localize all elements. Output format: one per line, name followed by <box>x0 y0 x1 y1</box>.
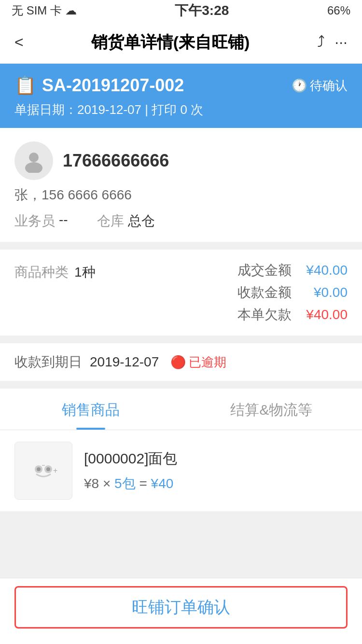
product-thumbnail: + <box>14 442 72 500</box>
order-status-text: 待确认 <box>310 77 348 94</box>
svg-text:+: + <box>53 466 57 475</box>
product-list: + [0000002]面包 ¥8 × 5包 = ¥40 <box>0 430 362 512</box>
price-total: ¥40 <box>151 476 174 491</box>
owe-label: 本单欠款 <box>237 306 292 324</box>
clock-icon: 🕐 <box>292 78 307 93</box>
owe-amount-row: 本单欠款 ¥40.00 <box>237 306 348 324</box>
product-type-value: 1种 <box>74 263 96 281</box>
customer-name: 张，156 6666 6666 <box>14 186 348 204</box>
order-icon: 📋 <box>14 75 36 96</box>
product-info: [0000002]面包 ¥8 × 5包 = ¥40 <box>84 449 348 493</box>
salesperson-value: -- <box>59 212 68 230</box>
order-date: 单据日期：2019-12-07 | 打印 0 次 <box>14 101 348 118</box>
product-price: ¥8 × 5包 = ¥40 <box>84 475 348 493</box>
tab-sales-products[interactable]: 销售商品 <box>0 389 181 430</box>
due-section: 收款到期日 2019-12-07 🔴 已逾期 <box>0 343 362 389</box>
confirm-order-button[interactable]: 旺铺订单确认 <box>14 586 348 629</box>
warehouse-meta: 仓库 总仓 <box>97 212 155 230</box>
order-id-row: 📋 SA-20191207-002 🕐 待确认 <box>14 75 348 96</box>
warehouse-value: 总仓 <box>128 212 155 230</box>
owe-value: ¥40.00 <box>299 307 348 322</box>
payment-amount-row: 收款金额 ¥0.00 <box>237 283 348 302</box>
nav-right: ⤴ ··· <box>317 33 348 51</box>
payment-value: ¥0.00 <box>299 285 348 300</box>
customer-row: 17666666666 <box>14 141 348 180</box>
status-right: 66% <box>327 4 350 17</box>
due-date: 2019-12-07 <box>90 354 159 370</box>
amount-section: 商品种类 1种 成交金额 ¥40.00 收款金额 ¥0.00 本单欠款 ¥40.… <box>0 250 362 343</box>
status-bar: 无 SIM 卡 ☁ 下午3:28 66% <box>0 0 362 21</box>
customer-meta: 业务员 -- 仓库 总仓 <box>14 212 348 230</box>
order-header: 📋 SA-20191207-002 🕐 待确认 单据日期：2019-12-07 … <box>0 64 362 128</box>
order-status: 🕐 待确认 <box>292 77 348 94</box>
share-icon[interactable]: ⤴ <box>317 33 325 51</box>
salesperson-label: 业务员 <box>14 212 55 230</box>
deal-amount-row: 成交金额 ¥40.00 <box>237 261 348 280</box>
back-button[interactable]: < <box>14 33 24 51</box>
product-name: [0000002]面包 <box>84 449 348 469</box>
status-left: 无 SIM 卡 ☁ <box>12 3 77 18</box>
svg-point-0 <box>29 153 39 162</box>
nav-bar: < 销货单详情(来自旺铺) ⤴ ··· <box>0 21 362 64</box>
avatar <box>14 141 53 180</box>
battery-status: 66% <box>327 4 350 17</box>
sim-status: 无 SIM 卡 ☁ <box>12 3 77 18</box>
overdue-badge: 🔴 已逾期 <box>170 354 226 371</box>
svg-point-4 <box>37 467 41 471</box>
warning-icon: 🔴 <box>170 355 186 370</box>
deal-label: 成交金额 <box>237 261 292 280</box>
due-label: 收款到期日 <box>14 353 82 371</box>
price-qty: 5包 <box>114 476 136 491</box>
customer-phone: 17666666666 <box>63 151 169 171</box>
tabs: 销售商品 结算&物流等 <box>0 389 362 430</box>
product-type-label: 商品种类 <box>14 263 69 281</box>
nav-title: 销货单详情(来自旺铺) <box>91 31 250 54</box>
more-icon[interactable]: ··· <box>334 33 348 51</box>
svg-point-1 <box>25 162 42 173</box>
order-id: 📋 SA-20191207-002 <box>14 75 184 96</box>
status-time: 下午3:28 <box>175 1 229 20</box>
bottom-bar: 旺铺订单确认 <box>0 578 362 644</box>
order-id-text: SA-20191207-002 <box>42 75 184 96</box>
tab-settlement[interactable]: 结算&物流等 <box>181 389 362 430</box>
svg-point-5 <box>46 467 50 471</box>
warehouse-label: 仓库 <box>97 212 124 230</box>
nav-left: < <box>14 33 24 51</box>
product-item: + [0000002]面包 ¥8 × 5包 = ¥40 <box>0 430 362 512</box>
customer-section: 17666666666 张，156 6666 6666 业务员 -- 仓库 总仓 <box>0 128 362 250</box>
product-count: 商品种类 1种 <box>14 261 96 281</box>
salesperson-meta: 业务员 -- <box>14 212 68 230</box>
amounts-block: 成交金额 ¥40.00 收款金额 ¥0.00 本单欠款 ¥40.00 <box>237 261 348 324</box>
payment-label: 收款金额 <box>237 283 292 302</box>
deal-value: ¥40.00 <box>299 263 348 278</box>
overdue-text: 已逾期 <box>189 354 226 371</box>
